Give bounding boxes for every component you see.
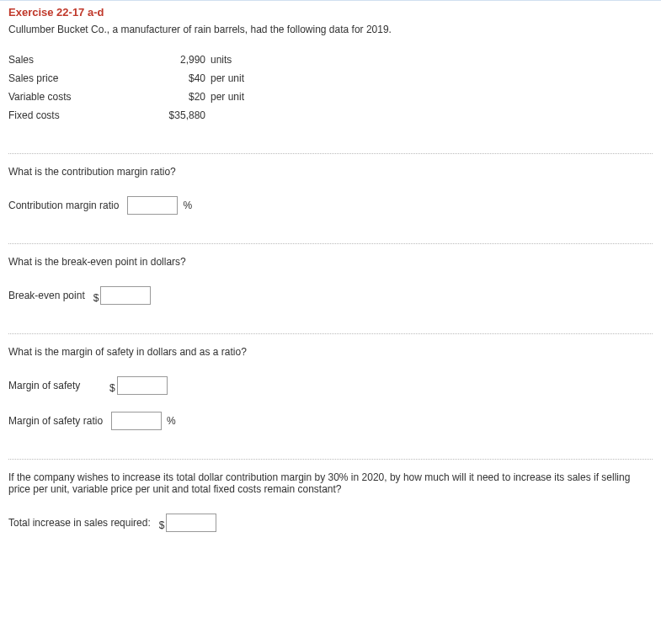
percent-suffix: %	[167, 415, 176, 427]
margin-safety-ratio-input[interactable]	[111, 412, 162, 430]
margin-safety-label: Margin of safety	[8, 380, 101, 391]
data-unit: per unit	[211, 69, 278, 88]
table-row: Variable costs $20 per unit	[8, 88, 278, 106]
question-c: What is the margin of safety in dollars …	[8, 346, 653, 358]
contribution-margin-input[interactable]	[127, 196, 178, 215]
question-b: What is the break-even point in dollars?	[8, 256, 653, 268]
data-label: Sales price	[8, 69, 143, 88]
data-unit: units	[211, 51, 278, 69]
exercise-intro: Cullumber Bucket Co., a manufacturer of …	[8, 24, 653, 35]
breakeven-input[interactable]	[100, 286, 151, 305]
data-value: $35,880	[143, 106, 211, 125]
data-label: Sales	[8, 51, 143, 69]
margin-safety-input[interactable]	[117, 376, 168, 395]
dollar-sign: $	[159, 519, 165, 532]
section-divider	[8, 243, 653, 244]
table-row: Sales 2,990 units	[8, 51, 278, 69]
total-increase-input[interactable]	[166, 514, 216, 532]
data-value: $40	[143, 69, 211, 88]
table-row: Fixed costs $35,880	[8, 106, 278, 125]
question-a: What is the contribution margin ratio?	[8, 166, 653, 178]
margin-safety-ratio-label: Margin of safety ratio	[8, 415, 103, 427]
data-table: Sales 2,990 units Sales price $40 per un…	[8, 51, 278, 125]
data-value: $20	[143, 88, 211, 106]
total-increase-label: Total increase in sales required:	[8, 517, 151, 529]
data-unit: per unit	[211, 88, 278, 106]
dollar-sign: $	[93, 292, 99, 305]
contribution-margin-label: Contribution margin ratio	[8, 200, 119, 211]
section-divider	[8, 333, 653, 334]
section-divider	[8, 459, 653, 460]
breakeven-label: Break-even point	[8, 290, 85, 301]
data-value: 2,990	[143, 51, 211, 69]
percent-suffix: %	[183, 200, 192, 211]
question-d: If the company wishes to increase its to…	[8, 471, 653, 495]
data-label: Fixed costs	[8, 106, 143, 125]
data-label: Variable costs	[8, 88, 143, 106]
data-unit	[211, 106, 278, 125]
table-row: Sales price $40 per unit	[8, 69, 278, 88]
exercise-title: Exercise 22-17 a-d	[8, 6, 653, 19]
dollar-sign: $	[109, 382, 115, 395]
section-divider	[8, 153, 653, 154]
